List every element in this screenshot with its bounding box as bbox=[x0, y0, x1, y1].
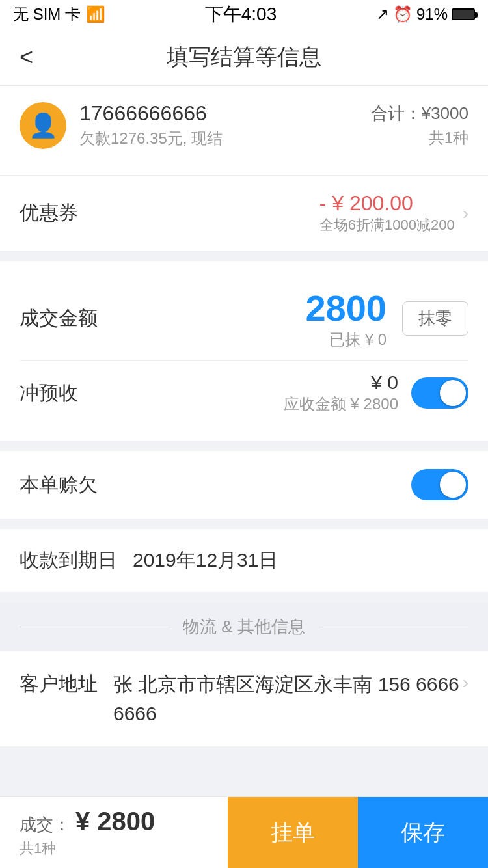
location-icon: ↗ bbox=[376, 5, 389, 23]
bottom-bar: 成交： ¥ 2800 共1种 挂单 保存 bbox=[0, 796, 488, 868]
summary-label: 成交： bbox=[20, 813, 70, 836]
status-left: 无 SIM 卡 📶 bbox=[13, 4, 105, 25]
round-button[interactable]: 抹零 bbox=[402, 301, 468, 336]
status-bar: 无 SIM 卡 📶 下午4:03 ↗ ⏰ 91% bbox=[0, 0, 488, 29]
total-count: 共1种 bbox=[371, 128, 468, 148]
logistics-header: 物流 & 其他信息 bbox=[0, 603, 488, 651]
debt-toggle-knob bbox=[440, 472, 466, 498]
avatar-icon: 👤 bbox=[29, 112, 58, 139]
precharge-value-group: ¥ 0 应收金额 ¥ 2800 bbox=[284, 372, 398, 414]
alarm-icon: ⏰ bbox=[393, 5, 413, 23]
coupon-row[interactable]: 优惠券 - ¥ 200.00 全场6折满1000减200 › bbox=[0, 175, 488, 251]
page-title: 填写结算等信息 bbox=[167, 42, 321, 72]
coupon-discount: - ¥ 200.00 bbox=[319, 191, 455, 215]
amount-section: 成交金额 2800 已抹 ¥ 0 抹零 冲预收 ¥ 0 应收金额 ¥ 2800 bbox=[0, 261, 488, 441]
phone-number: 17666666666 bbox=[79, 102, 223, 126]
avatar: 👤 bbox=[20, 102, 66, 149]
summary-top: 成交： ¥ 2800 bbox=[20, 807, 208, 836]
status-right: ↗ ⏰ 91% bbox=[376, 5, 475, 23]
due-date-label: 收款到期日 bbox=[20, 547, 117, 574]
address-chevron-icon: › bbox=[463, 672, 468, 693]
content-area: 👤 17666666666 欠款1276.35元, 现结 合计：¥3000 共1… bbox=[0, 86, 488, 824]
precharge-right: ¥ 0 应收金额 ¥ 2800 bbox=[284, 372, 468, 414]
precharge-label: 冲预收 bbox=[20, 380, 78, 407]
due-date-value: 2019年12月31日 bbox=[133, 547, 278, 574]
sim-status: 无 SIM 卡 bbox=[13, 4, 81, 25]
bottom-summary: 成交： ¥ 2800 共1种 bbox=[0, 807, 228, 858]
logistics-line-right bbox=[318, 627, 468, 627]
precharge-toggle[interactable] bbox=[411, 377, 468, 409]
amount-sub: 已抹 ¥ 0 bbox=[305, 329, 386, 350]
user-card: 👤 17666666666 欠款1276.35元, 现结 合计：¥3000 共1… bbox=[0, 86, 488, 251]
logistics-line-left bbox=[20, 627, 170, 627]
summary-value: ¥ 2800 bbox=[75, 807, 155, 836]
wifi-icon: 📶 bbox=[86, 5, 105, 23]
user-right: 合计：¥3000 共1种 bbox=[371, 102, 468, 148]
hang-button[interactable]: 挂单 bbox=[228, 797, 358, 869]
total-label: 合计：¥3000 bbox=[371, 102, 468, 125]
precharge-value: ¥ 0 bbox=[284, 372, 398, 394]
coupon-right: - ¥ 200.00 全场6折满1000减200 › bbox=[319, 191, 468, 235]
amount-label: 成交金额 bbox=[20, 305, 98, 332]
battery-percent: 91% bbox=[416, 5, 448, 23]
status-time: 下午4:03 bbox=[205, 2, 277, 27]
amount-row: 成交金额 2800 已抹 ¥ 0 抹零 bbox=[20, 277, 468, 360]
nav-bar: < 填写结算等信息 bbox=[0, 29, 488, 86]
debt-label: 本单赊欠 bbox=[20, 472, 98, 498]
back-button[interactable]: < bbox=[20, 44, 33, 71]
coupon-chevron-icon: › bbox=[463, 203, 468, 224]
precharge-sub: 应收金额 ¥ 2800 bbox=[284, 394, 398, 414]
address-label: 客户地址 bbox=[20, 671, 98, 698]
user-info-row: 👤 17666666666 欠款1276.35元, 现结 合计：¥3000 共1… bbox=[0, 86, 488, 165]
due-date-row: 收款到期日 2019年12月31日 bbox=[0, 529, 488, 592]
battery-icon bbox=[452, 8, 475, 20]
coupon-label: 优惠券 bbox=[20, 200, 78, 226]
debt-info: 欠款1276.35元, 现结 bbox=[79, 128, 223, 149]
save-button[interactable]: 保存 bbox=[358, 797, 488, 869]
amount-value-group: 2800 已抹 ¥ 0 抹零 bbox=[305, 287, 468, 350]
user-info: 17666666666 欠款1276.35元, 现结 bbox=[79, 102, 223, 149]
address-row[interactable]: 客户地址 张 北京市市辖区海淀区永丰南 156 6666 6666 › bbox=[0, 651, 488, 746]
amount-value: 2800 bbox=[305, 287, 386, 329]
toggle-knob bbox=[440, 380, 466, 406]
debt-row: 本单赊欠 bbox=[0, 451, 488, 519]
summary-count: 共1种 bbox=[20, 839, 208, 858]
debt-toggle[interactable] bbox=[411, 469, 468, 500]
user-left: 👤 17666666666 欠款1276.35元, 现结 bbox=[20, 102, 223, 149]
coupon-description: 全场6折满1000减200 bbox=[319, 215, 455, 235]
logistics-text: 物流 & 其他信息 bbox=[183, 616, 305, 638]
address-value: 张 北京市市辖区海淀区永丰南 156 6666 6666 bbox=[113, 670, 463, 728]
precharge-row: 冲预收 ¥ 0 应收金额 ¥ 2800 bbox=[20, 360, 468, 425]
